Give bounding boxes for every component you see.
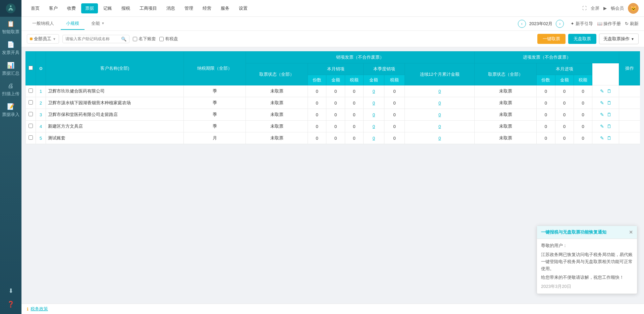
checkbox-subaccount[interactable]: 名下账套	[133, 36, 156, 42]
row-sm-count-1: 0	[308, 97, 326, 109]
period-selector: ‹ 2023年02月 ›	[518, 20, 564, 28]
notification-date: 2023年3月20日	[541, 283, 633, 290]
checkbox-taxdisk[interactable]: 有税盘	[159, 36, 178, 42]
col-sales-12m-header: 连续12个月累计金额	[405, 63, 475, 85]
nav-message[interactable]: 消息	[162, 3, 179, 13]
sidebar-item-label: 发票开具	[2, 50, 19, 56]
edit-icon-2[interactable]: ✎	[599, 112, 605, 117]
tab-small[interactable]: 小规模	[61, 18, 85, 30]
row-sm-count-4: 0	[308, 132, 326, 144]
period-next-button[interactable]: ›	[556, 20, 564, 28]
row-sm-tax-0: 0	[345, 85, 363, 97]
col-purchase-header: 进项发票（不合作废票）	[475, 52, 619, 63]
row-sm-tax-3: 0	[345, 121, 363, 132]
row-pm-amount-2: 0	[555, 109, 574, 121]
row-sq-amount-0: 0	[364, 85, 384, 97]
edit-icon-3[interactable]: ✎	[599, 124, 605, 129]
fullscreen-icon[interactable]: ⛶	[582, 6, 587, 11]
nav-business[interactable]: 工商项目	[136, 3, 161, 13]
row-action-4: ✎ 🗒	[592, 132, 619, 144]
sidebar-item-download[interactable]: ⬇	[0, 284, 21, 297]
view-icon-4[interactable]: 🗒	[606, 135, 612, 141]
sidebar-item-help[interactable]: ❓	[0, 297, 21, 311]
row-pm-tax-1: 0	[574, 97, 592, 109]
row-period-1: 季	[184, 97, 246, 109]
nav-bookkeeping[interactable]: 记账	[99, 3, 116, 13]
search-input[interactable]	[65, 37, 120, 41]
action-manual[interactable]: 📖 操作手册	[597, 21, 621, 27]
nav-settings[interactable]: 设置	[235, 3, 252, 13]
row-action-2: ✎ 🗒	[592, 109, 619, 121]
tab-all[interactable]: 全能 ▼	[86, 18, 110, 30]
nav-client[interactable]: 客户	[45, 3, 62, 13]
nav-manage[interactable]: 管理	[180, 3, 197, 13]
nav-tax[interactable]: 报税	[117, 3, 134, 13]
nav-billing[interactable]: 收费	[63, 3, 80, 13]
sidebar-item-scan-upload[interactable]: 🖨 扫描上传	[0, 79, 21, 100]
row-index-2: 3	[36, 109, 46, 121]
row-sq-amount-2: 0	[364, 109, 384, 121]
row-pm-count-0: 0	[537, 85, 555, 97]
btn-no-disk-ops[interactable]: 无盘取票操作 ▼	[599, 34, 639, 44]
row-client-3: 新建区方方文具店	[46, 121, 184, 132]
row-sq-tax-1: 0	[384, 97, 405, 109]
period-prev-button[interactable]: ‹	[518, 20, 526, 28]
fullscreen-label[interactable]: 全屏	[591, 5, 599, 11]
row-checkbox-3[interactable]	[29, 124, 33, 128]
col-purchase-monthly-header: 本月进项	[537, 63, 592, 75]
col-action-header: 操作	[619, 52, 640, 85]
subaccount-checkbox[interactable]	[133, 37, 137, 41]
notification-header: 一键报税与无盘取票功能恢复通知 ✕	[537, 226, 637, 239]
edit-icon-4[interactable]: ✎	[599, 135, 605, 141]
nav-service[interactable]: 服务	[217, 3, 233, 13]
member-label[interactable]: 畅会员	[611, 5, 624, 11]
view-icon-3[interactable]: 🗒	[606, 124, 612, 129]
row-pm-amount-1: 0	[555, 97, 574, 109]
employee-select[interactable]: 全部员工 ▼	[27, 34, 59, 44]
row-checkbox-2[interactable]	[29, 112, 33, 116]
app-logo[interactable]	[0, 0, 21, 17]
col-sales-header: 销项发票（不合作废票）	[246, 52, 475, 63]
sidebar-item-issue-invoice[interactable]: 📄 发票开具	[0, 38, 21, 58]
taxdisk-checkbox[interactable]	[159, 37, 164, 41]
select-all-checkbox[interactable]	[29, 66, 33, 70]
sidebar-bottom: ⬇ ❓	[0, 284, 21, 314]
row-sq-amount-3: 0	[364, 121, 384, 132]
user-avatar[interactable]: 🐱	[628, 3, 639, 14]
row-sm-count-2: 0	[308, 109, 326, 121]
nav-operate[interactable]: 经营	[199, 3, 215, 13]
row-sm-count-0: 0	[308, 85, 326, 97]
edit-icon-0[interactable]: ✎	[599, 88, 605, 94]
row-checkbox-1[interactable]	[29, 100, 33, 105]
sidebar-item-invoice-entry[interactable]: 📝 票据录入	[0, 100, 21, 120]
tab-general[interactable]: 一般纳税人	[27, 18, 59, 30]
row-checkbox-0[interactable]	[29, 88, 33, 93]
tax-policy-link[interactable]: 税务政策	[31, 306, 48, 312]
settings-icon[interactable]: ⚙	[39, 66, 43, 71]
row-sm-tax-1: 0	[345, 97, 363, 109]
nav-invoice[interactable]: 票据	[81, 3, 98, 13]
col-sales-monthly-header: 本月销项	[308, 63, 364, 75]
col-period-header: 纳税期限（全部）	[184, 52, 246, 85]
svg-point-1	[10, 5, 12, 7]
search-input-wrapper[interactable]: 🔍	[62, 35, 129, 43]
sidebar-item-smart-retrieve[interactable]: 📋 智能取票	[0, 17, 21, 38]
employee-dot	[30, 38, 33, 40]
action-refresh[interactable]: ↻ 刷新	[625, 21, 639, 27]
row-checkbox-4[interactable]	[29, 135, 33, 140]
view-icon-0[interactable]: 🗒	[606, 88, 612, 94]
btn-one-click-retrieve[interactable]: 一键取票	[537, 34, 566, 44]
row-sm-tax-2: 0	[345, 109, 363, 121]
btn-no-disk-retrieve[interactable]: 无盘取票	[568, 34, 596, 44]
search-icon[interactable]: 🔍	[121, 37, 126, 42]
edit-icon-1[interactable]: ✎	[599, 100, 605, 106]
tab-all-dropdown-icon[interactable]: ▼	[101, 21, 105, 25]
sidebar-item-invoice-summary[interactable]: 📊 票据汇总	[0, 58, 21, 79]
member-icon[interactable]: ▶	[603, 6, 607, 11]
nav-home[interactable]: 首页	[27, 3, 44, 13]
view-icon-1[interactable]: 🗒	[606, 100, 612, 106]
view-icon-2[interactable]: 🗒	[606, 112, 612, 117]
employee-dropdown-icon: ▼	[53, 37, 56, 41]
notification-close-button[interactable]: ✕	[629, 230, 633, 235]
action-newbie-guide[interactable]: ✦ 新手引导	[571, 21, 593, 27]
